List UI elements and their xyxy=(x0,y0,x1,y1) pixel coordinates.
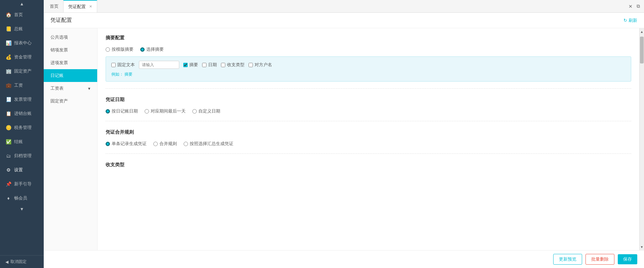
summary-mode-group: 按模版摘要 选择摘要 xyxy=(106,46,631,52)
merge-merge[interactable]: 合并规则 xyxy=(153,141,177,147)
left-nav-sales-invoice-label: 销项发票 xyxy=(50,47,68,53)
sidebar-item-label: 工资 xyxy=(14,82,23,88)
merge-summary-generate[interactable]: 按照选择汇总生成凭证 xyxy=(184,141,233,147)
window-close-button[interactable]: ✕ xyxy=(627,3,634,10)
sidebar-item-assets[interactable]: 🏢 固定资产 xyxy=(0,64,44,78)
left-nav-journal[interactable]: 日记账 xyxy=(44,69,97,82)
funds-icon: 💰 xyxy=(5,54,11,60)
scroll-track: ▲ ▼ xyxy=(639,28,644,250)
tab-actions: ✕ ⧉ xyxy=(627,3,644,10)
merge-summary-generate-radio[interactable] xyxy=(184,142,188,146)
left-nav-public-label: 公共选项 xyxy=(50,34,68,40)
scroll-thumb xyxy=(640,37,644,63)
left-nav-public[interactable]: 公共选项 xyxy=(44,31,97,44)
sidebar-item-member[interactable]: ♦ 畅会员 xyxy=(0,191,44,205)
summary-mode-select-radio[interactable] xyxy=(140,47,145,52)
sidebar-item-trade[interactable]: 📋 进销台账 xyxy=(0,106,44,121)
content-body: 公共选项 销项发票 进项发票 日记账 工资表 ▾ 固定资产 xyxy=(44,28,644,250)
refresh-label: 刷新 xyxy=(629,17,637,24)
tab-bar: 首页 凭证配置 ✕ ✕ ⧉ xyxy=(44,0,644,13)
member-icon: ♦ xyxy=(5,195,11,201)
main-area: 首页 凭证配置 ✕ ✕ ⧉ 凭证配置 ↻ 刷新 公共选项 xyxy=(44,0,644,268)
sidebar-item-tax[interactable]: 🪙 税务管理 xyxy=(0,121,44,135)
sidebar-item-invoice[interactable]: 🧾 发票管理 xyxy=(0,92,44,106)
date-custom-label: 自定义日期 xyxy=(198,108,220,114)
sidebar: ▲ 🏠 首页 📒 总账 📊 报表中心 💰 资金管理 🏢 固定资产 💼 工资 🧾 … xyxy=(0,0,44,268)
field-summary-checkbox[interactable] xyxy=(183,63,188,67)
scroll-down-button[interactable]: ▼ xyxy=(640,243,644,250)
sidebar-scroll-up[interactable]: ▲ xyxy=(0,0,44,8)
date-custom-radio[interactable] xyxy=(192,109,197,114)
bottom-bar: 更新预览 批量删除 保存 xyxy=(44,250,644,268)
left-nav-fixed-assets[interactable]: 固定资产 xyxy=(44,95,97,107)
page-header: 凭证配置 ↻ 刷新 xyxy=(44,13,644,28)
summary-config-row: 固定文本 摘要 日期 xyxy=(111,61,626,69)
sidebar-item-label: 新手引导 xyxy=(14,181,32,187)
left-nav: 公共选项 销项发票 进项发票 日记账 工资表 ▾ 固定资产 xyxy=(44,28,98,250)
batch-delete-button[interactable]: 批量删除 xyxy=(585,254,614,265)
sidebar-item-guide[interactable]: 📌 新手引导 xyxy=(0,177,44,191)
summary-mode-template-radio[interactable] xyxy=(106,47,110,52)
sidebar-item-label: 总账 xyxy=(14,26,23,32)
sidebar-item-archive[interactable]: 🗂 归档管理 xyxy=(0,149,44,163)
field-fixed-text-label: 固定文本 xyxy=(117,62,135,68)
sidebar-item-label: 资金管理 xyxy=(14,54,32,60)
field-counterpart[interactable]: 对方户名 xyxy=(249,62,272,68)
left-nav-fixed-assets-label: 固定资产 xyxy=(50,98,68,104)
field-date[interactable]: 日期 xyxy=(202,62,217,68)
sidebar-item-label: 结账 xyxy=(14,139,23,145)
sidebar-item-salary[interactable]: 💼 工资 xyxy=(0,78,44,92)
sidebar-scroll-down[interactable]: ▼ xyxy=(0,205,44,213)
tab-home[interactable]: 首页 xyxy=(45,0,63,12)
date-section-title: 凭证日期 xyxy=(106,97,631,103)
tax-icon: 🪙 xyxy=(5,125,11,130)
summary-section-title: 摘要配置 xyxy=(106,35,631,41)
window-restore-button[interactable]: ⧉ xyxy=(635,3,641,10)
field-date-checkbox[interactable] xyxy=(202,63,206,67)
date-period-last-radio[interactable] xyxy=(145,109,149,114)
summary-mode-template[interactable]: 按模版摘要 xyxy=(106,46,134,52)
sidebar-unpin[interactable]: ◀ 取消固定 xyxy=(0,255,44,268)
archive-icon: 🗂 xyxy=(5,153,11,159)
date-custom[interactable]: 自定义日期 xyxy=(192,108,220,114)
sidebar-item-checkout[interactable]: ✅ 结账 xyxy=(0,135,44,149)
field-fixed-text-checkbox[interactable] xyxy=(111,63,116,67)
sidebar-item-funds[interactable]: 💰 资金管理 xyxy=(0,50,44,64)
field-income-type-checkbox[interactable] xyxy=(221,63,225,67)
date-options-group: 按日记账日期 对应期间最后一天 自定义日期 xyxy=(106,108,631,114)
tab-close-icon[interactable]: ✕ xyxy=(89,4,92,9)
merge-single[interactable]: 单条记录生成凭证 xyxy=(106,141,147,147)
reports-icon: 📊 xyxy=(5,40,11,46)
field-summary[interactable]: 摘要 xyxy=(183,62,198,68)
sidebar-item-home[interactable]: 🏠 首页 xyxy=(0,8,44,22)
summary-mode-select[interactable]: 选择摘要 xyxy=(140,46,164,52)
field-counterpart-checkbox[interactable] xyxy=(249,63,253,67)
sidebar-item-reports[interactable]: 📊 报表中心 xyxy=(0,36,44,50)
fixed-text-input[interactable] xyxy=(139,61,179,69)
merge-single-radio[interactable] xyxy=(106,142,110,146)
left-nav-sales-invoice[interactable]: 销项发票 xyxy=(44,44,97,56)
update-preview-button[interactable]: 更新预览 xyxy=(553,254,582,265)
scroll-up-button[interactable]: ▲ xyxy=(640,28,644,35)
left-nav-purchase-invoice[interactable]: 进项发票 xyxy=(44,56,97,69)
scroll-thumb-area[interactable] xyxy=(640,35,644,243)
sidebar-item-ledger[interactable]: 📒 总账 xyxy=(0,22,44,36)
chevron-down-icon: ▾ xyxy=(88,86,90,91)
date-period-last-label: 对应期间最后一天 xyxy=(151,108,186,114)
sidebar-item-label: 归档管理 xyxy=(14,153,32,159)
left-nav-payroll[interactable]: 工资表 ▾ xyxy=(44,82,97,95)
merge-merge-radio[interactable] xyxy=(153,142,158,146)
content-area: 凭证配置 ↻ 刷新 公共选项 销项发票 进项发票 日记账 xyxy=(44,13,644,268)
refresh-button[interactable]: ↻ 刷新 xyxy=(623,17,637,24)
sidebar-item-label: 报表中心 xyxy=(14,40,32,46)
trade-icon: 📋 xyxy=(5,111,11,116)
save-button[interactable]: 保存 xyxy=(618,254,637,264)
date-period-last[interactable]: 对应期间最后一天 xyxy=(145,108,186,114)
date-journal-radio[interactable] xyxy=(106,109,110,114)
date-journal[interactable]: 按日记账日期 xyxy=(106,108,138,114)
tab-voucher-config[interactable]: 凭证配置 ✕ xyxy=(63,0,97,12)
field-income-type[interactable]: 收支类型 xyxy=(221,62,244,68)
field-fixed-text[interactable]: 固定文本 xyxy=(111,62,135,68)
left-nav-purchase-invoice-label: 进项发票 xyxy=(50,60,68,66)
sidebar-item-settings[interactable]: ⚙ 设置 xyxy=(0,163,44,177)
